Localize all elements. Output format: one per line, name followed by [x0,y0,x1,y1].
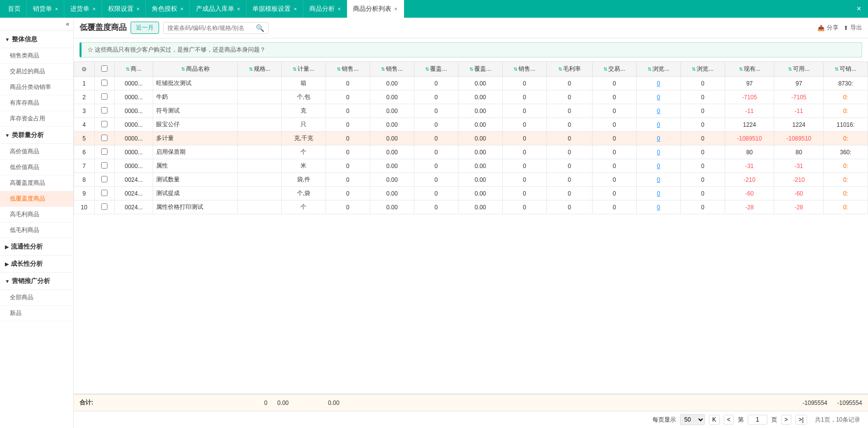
col-available[interactable]: ⇅可用... [774,62,824,77]
gear-icon[interactable]: ⚙ [81,66,87,73]
col-margin[interactable]: ⇅毛利率 [546,62,592,77]
cell-checkbox[interactable] [94,159,114,173]
cell-browse1[interactable]: 0 [636,200,680,214]
col-spec[interactable]: ⇅规格... [238,62,282,77]
cell-checkbox[interactable] [94,132,114,145]
first-page-button[interactable]: K [709,415,720,425]
cell-checkbox[interactable] [94,200,114,214]
sidebar-group-marketing[interactable]: ▼ 营销推广分析 [0,273,73,290]
cell-browse1[interactable]: 0 [636,90,680,104]
nav-analysis-list[interactable]: 商品分析列表 × [347,0,404,18]
row-checkbox[interactable] [101,107,108,114]
nav-template-close[interactable]: × [294,6,297,12]
nav-role-close[interactable]: × [180,6,183,12]
col-gear[interactable]: ⚙ [74,62,95,77]
nav-sales[interactable]: 销货单 × [27,0,64,18]
page-number-input[interactable] [748,415,767,425]
cell-checkbox[interactable] [94,187,114,200]
nav-product-entry-close[interactable]: × [237,6,240,12]
row-checkbox[interactable] [101,176,108,182]
sidebar-item-low-coverage[interactable]: 低覆盖度商品 [0,191,73,207]
nav-product-entry[interactable]: 产成品入库单 × [190,0,246,18]
sidebar-item-low-value[interactable]: 低价值商品 [0,160,73,175]
nav-purchase[interactable]: 进货单 × [64,0,102,18]
share-button[interactable]: 📤 分享 [817,24,839,32]
sidebar-item-low-margin[interactable]: 低毛利商品 [0,223,73,238]
row-checkbox[interactable] [101,121,108,127]
cell-checkbox[interactable] [94,145,114,159]
browse-link[interactable]: 0 [657,94,660,101]
sidebar-item-sales-goods[interactable]: 销售类商品 [0,48,73,64]
nav-template[interactable]: 单据模板设置 × [246,0,303,18]
sidebar-item-category-rate[interactable]: 商品分类动销率 [0,80,73,95]
browse-link[interactable]: 0 [657,108,660,114]
cell-checkbox[interactable] [94,77,114,90]
cell-checkbox[interactable] [94,104,114,118]
nav-home[interactable]: 首页 [2,0,27,18]
nav-permission[interactable]: 权限设置 × [102,0,146,18]
col-sale-amt[interactable]: ⇅销售... [370,62,414,77]
select-all-checkbox[interactable] [101,65,108,72]
row-checkbox[interactable] [101,93,108,100]
col-sale-qty[interactable]: ⇅销售... [326,62,370,77]
row-checkbox[interactable] [101,190,108,196]
cell-browse1[interactable]: 0 [636,118,680,132]
cell-checkbox[interactable] [94,173,114,187]
cell-browse1[interactable]: 0 [636,132,680,145]
sidebar-group-growth[interactable]: ▶ 成长性分析 [0,256,73,273]
sidebar-item-in-stock[interactable]: 有库存商品 [0,95,73,111]
sidebar-item-new-goods[interactable]: 新品 [0,306,73,321]
sidebar-item-high-margin[interactable]: 高毛利商品 [0,207,73,223]
next-page-button[interactable]: > [781,415,791,425]
col-browse1[interactable]: ⇅浏览... [636,62,680,77]
cell-browse1[interactable]: 0 [636,173,680,187]
browse-link[interactable]: 0 [657,121,660,128]
sidebar-group-liquidity[interactable]: ▶ 流通性分析 [0,238,73,256]
col-cover1[interactable]: ⇅覆盖... [414,62,458,77]
cell-browse1[interactable]: 0 [636,145,680,159]
table-container[interactable]: ⚙ ⇅商... ⇅商品名称 ⇅规格... ⇅计量... ⇅销售... ⇅销售..… [74,61,868,394]
export-button[interactable]: ⬆ 导出 [843,24,862,32]
col-cover2[interactable]: ⇅覆盖... [458,62,502,77]
col-browse2[interactable]: ⇅浏览... [680,62,725,77]
col-name[interactable]: ⇅商品名称 [153,62,238,77]
nav-product-analysis-close[interactable]: × [338,6,341,12]
sidebar-item-capital[interactable]: 库存资金占用 [0,111,73,127]
cell-browse1[interactable]: 0 [636,77,680,90]
browse-link[interactable]: 0 [657,190,660,197]
browse-link[interactable]: 0 [657,80,660,87]
sidebar-collapse-button[interactable]: « [0,18,73,31]
browse-link[interactable]: 0 [657,163,660,170]
col-saleable[interactable]: ⇅可销... [823,62,868,77]
col-current[interactable]: ⇅现有... [725,62,774,77]
row-checkbox[interactable] [101,148,108,155]
col-sale3[interactable]: ⇅销售... [502,62,546,77]
sidebar-group-overall[interactable]: ▼ 整体信息 [0,31,73,48]
cell-browse1[interactable]: 0 [636,104,680,118]
row-checkbox[interactable] [101,80,108,86]
nav-product-analysis[interactable]: 商品分析 × [303,0,347,18]
cell-browse1[interactable]: 0 [636,187,680,200]
col-unit[interactable]: ⇅计量... [282,62,326,77]
sidebar-item-high-coverage[interactable]: 高覆盖度商品 [0,175,73,191]
sidebar-item-traded-goods[interactable]: 交易过的商品 [0,64,73,80]
nav-role[interactable]: 角色授权 × [146,0,190,18]
browse-link[interactable]: 0 [657,149,660,156]
row-checkbox[interactable] [101,203,108,210]
cell-browse1[interactable]: 0 [636,159,680,173]
browse-link[interactable]: 0 [657,176,660,183]
page-size-select[interactable]: 50 20 100 200 [680,414,705,425]
sidebar-item-high-value[interactable]: 高价值商品 [0,144,73,160]
last-page-button[interactable]: >| [795,415,807,425]
prev-page-button[interactable]: < [724,415,734,425]
window-close-button[interactable]: × [852,4,866,13]
col-checkbox[interactable] [94,62,114,77]
row-checkbox[interactable] [101,135,108,141]
browse-link[interactable]: 0 [657,204,660,211]
search-icon[interactable]: 🔍 [256,24,264,32]
row-checkbox[interactable] [101,162,108,169]
col-trade[interactable]: ⇅交易... [592,62,636,77]
sidebar-group-cluster[interactable]: ▼ 类群量分析 [0,127,73,144]
nav-permission-close[interactable]: × [136,6,139,12]
nav-analysis-list-close[interactable]: × [394,6,397,12]
